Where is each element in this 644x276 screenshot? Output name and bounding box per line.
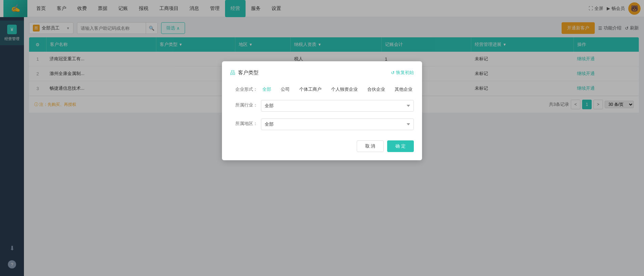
reset-button[interactable]: ↺ 恢复初始 [391, 70, 414, 76]
industry-row: 所属行业： 全部 [230, 100, 414, 112]
reset-icon: ↺ [391, 70, 395, 75]
modal-overlay: 品 客户类型 ↺ 恢复初始 企业形式： 全部 公司 个体工商户 个人独资企业 合… [0, 0, 644, 276]
industry-content: 全部 [261, 100, 414, 112]
region-content: 全部 [261, 118, 414, 130]
region-select[interactable]: 全部 [261, 118, 414, 130]
option-other[interactable]: 其他企业 [393, 86, 414, 93]
option-all[interactable]: 全部 [261, 86, 273, 93]
option-sole[interactable]: 个人独资企业 [330, 86, 359, 93]
modal-title-icon: 品 [230, 70, 235, 76]
cancel-button[interactable]: 取 消 [357, 140, 384, 152]
filter-modal: 品 客户类型 ↺ 恢复初始 企业形式： 全部 公司 个体工商户 个人独资企业 合… [222, 61, 422, 160]
enterprise-form-row: 企业形式： 全部 公司 个体工商户 个人独资企业 合伙企业 其他企业 [230, 84, 414, 93]
modal-title: 品 客户类型 [230, 70, 259, 76]
enterprise-options: 全部 公司 个体工商户 个人独资企业 合伙企业 其他企业 [261, 84, 414, 93]
region-row: 所属地区： 全部 [230, 118, 414, 130]
option-partnership[interactable]: 合伙企业 [366, 86, 386, 93]
option-company[interactable]: 公司 [279, 86, 291, 93]
option-individual[interactable]: 个体工商户 [298, 86, 323, 93]
confirm-button[interactable]: 确 定 [387, 140, 414, 152]
industry-label: 所属行业： [230, 100, 258, 108]
enterprise-form-label: 企业形式： [230, 84, 258, 92]
type-options-group: 全部 公司 个体工商户 个人独资企业 合伙企业 其他企业 [261, 84, 414, 93]
modal-header: 品 客户类型 ↺ 恢复初始 [230, 70, 414, 76]
region-label: 所属地区： [230, 118, 258, 127]
modal-footer: 取 消 确 定 [230, 140, 414, 152]
industry-select[interactable]: 全部 [261, 100, 414, 112]
